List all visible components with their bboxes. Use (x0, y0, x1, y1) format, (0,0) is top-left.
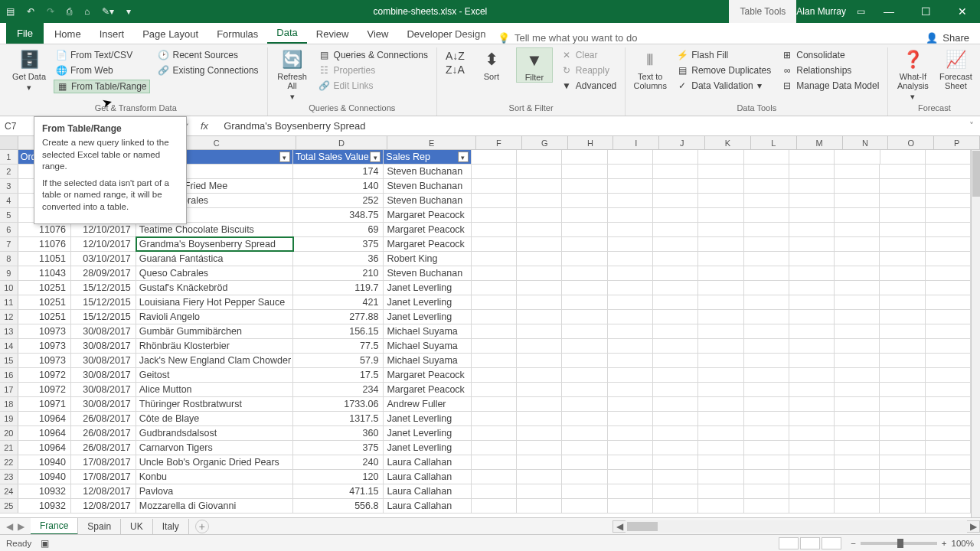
cell[interactable] (472, 295, 517, 309)
qat-icon[interactable]: ⎙ (67, 6, 72, 17)
remove-duplicates-button[interactable]: ▤Remove Duplicates (675, 64, 773, 77)
cell[interactable]: Laura Callahan (384, 484, 471, 498)
cell[interactable] (789, 150, 835, 164)
cell[interactable]: Guaraná Fantástica (136, 252, 293, 266)
cell[interactable] (517, 295, 562, 309)
cell[interactable]: Thüringer Rostbratwurst (136, 397, 293, 411)
cell[interactable] (562, 339, 607, 353)
cell[interactable] (698, 179, 743, 193)
cell[interactable] (653, 499, 698, 513)
cell[interactable]: Rhönbräu Klosterbier (136, 339, 293, 353)
cell[interactable] (562, 266, 607, 280)
cell[interactable]: 1733.06 (293, 397, 384, 411)
cell[interactable] (789, 324, 835, 338)
cell[interactable] (698, 165, 743, 178)
cell[interactable] (562, 295, 607, 309)
cell[interactable] (880, 499, 925, 513)
from-table-range-button[interactable]: ▦From Table/Range (54, 80, 150, 93)
cell[interactable] (653, 150, 698, 164)
cell[interactable] (472, 383, 517, 396)
cell[interactable] (517, 354, 562, 367)
zoom-in-button[interactable]: + (942, 539, 947, 548)
zoom-slider[interactable] (861, 542, 937, 545)
cell[interactable] (698, 252, 743, 266)
cell[interactable] (608, 441, 653, 455)
cell[interactable] (926, 295, 971, 309)
cell[interactable]: 210 (293, 266, 384, 280)
get-data-button[interactable]: 🗄️Get Data▾ (11, 47, 47, 92)
cell[interactable] (698, 354, 743, 367)
cell[interactable] (653, 310, 698, 324)
cell[interactable]: 30/08/2017 (71, 324, 136, 338)
cell[interactable] (653, 194, 698, 207)
cell[interactable]: Janet Leverling (384, 295, 471, 309)
cell[interactable] (880, 426, 925, 440)
cell[interactable] (517, 441, 562, 455)
cell[interactable]: Carnarvon Tigers (136, 441, 293, 455)
cell[interactable] (789, 295, 835, 309)
row-header[interactable]: 17 (0, 383, 18, 396)
page-break-view-button[interactable] (822, 537, 841, 549)
cell[interactable] (608, 412, 653, 425)
cell[interactable] (698, 223, 743, 236)
save-icon[interactable]: ▤ (6, 6, 15, 17)
row-header[interactable]: 8 (0, 252, 18, 266)
cell[interactable] (472, 324, 517, 338)
cell[interactable] (472, 266, 517, 280)
cell[interactable]: 12/10/2017 (71, 223, 136, 236)
cell[interactable] (835, 441, 880, 455)
column-header[interactable]: I (613, 136, 659, 149)
cell[interactable] (472, 237, 517, 251)
cell[interactable]: 348.75 (293, 208, 384, 222)
cell[interactable] (517, 150, 562, 164)
cell[interactable] (562, 281, 607, 295)
row-header[interactable]: 23 (0, 470, 18, 484)
cell[interactable] (744, 194, 789, 207)
cell[interactable] (835, 412, 880, 425)
cell[interactable] (926, 237, 971, 251)
cell[interactable] (789, 208, 835, 222)
cell[interactable] (926, 252, 971, 266)
cell[interactable] (472, 441, 517, 455)
cell[interactable]: 375 (293, 441, 384, 455)
cell[interactable] (608, 310, 653, 324)
cell[interactable] (653, 383, 698, 396)
cell[interactable] (789, 165, 835, 178)
cell[interactable]: 17/08/2017 (71, 455, 136, 469)
cell[interactable] (926, 179, 971, 193)
cell[interactable] (472, 179, 517, 193)
cell[interactable] (698, 194, 743, 207)
cell[interactable] (835, 310, 880, 324)
cell[interactable]: 28/09/2017 (71, 266, 136, 280)
cell[interactable]: Michael Suyama (384, 354, 471, 367)
cell[interactable]: 11076 (18, 237, 71, 251)
advanced-button[interactable]: ▼Advanced (559, 80, 619, 92)
cell[interactable]: Andrew Fuller (384, 397, 471, 411)
cell[interactable]: 12/08/2017 (71, 484, 136, 498)
touch-mode-icon[interactable]: ✎▾ (102, 6, 114, 17)
cell[interactable]: 10964 (18, 412, 71, 425)
cell[interactable] (926, 208, 971, 222)
cell[interactable]: 10973 (18, 354, 71, 367)
cell[interactable]: 277.88 (293, 310, 384, 324)
cell[interactable]: 57.9 (293, 354, 384, 367)
cell[interactable] (472, 499, 517, 513)
tab-page-layout[interactable]: Page Layout (133, 24, 207, 44)
cell[interactable]: Pavlova (136, 484, 293, 498)
cell[interactable] (562, 194, 607, 207)
cell[interactable] (744, 426, 789, 440)
cell[interactable]: Teatime Chocolate Biscuits (136, 223, 293, 236)
cell[interactable] (608, 339, 653, 353)
cell[interactable]: 234 (293, 383, 384, 396)
cell[interactable] (835, 223, 880, 236)
cell[interactable]: 156.15 (293, 324, 384, 338)
sheet-nav-next-icon[interactable]: ▶ (18, 521, 24, 532)
cell[interactable] (880, 354, 925, 367)
cell[interactable] (517, 252, 562, 266)
cell[interactable] (698, 281, 743, 295)
cell[interactable]: 10251 (18, 310, 71, 324)
cell[interactable] (608, 165, 653, 178)
cell[interactable] (517, 455, 562, 469)
cell[interactable]: 10964 (18, 441, 71, 455)
cell[interactable] (472, 208, 517, 222)
